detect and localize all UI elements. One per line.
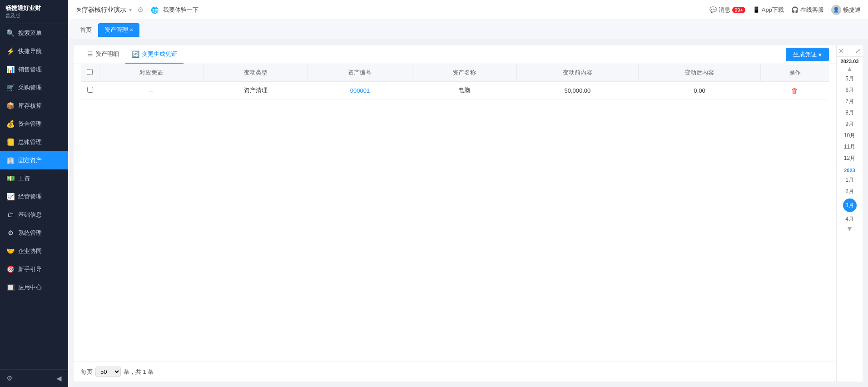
sidebar-icon-4: 📦: [6, 102, 15, 110]
col-before: 变动前内容: [516, 64, 639, 82]
sidebar-label-1: 快捷导航: [18, 47, 42, 55]
cal-month-2023[interactable]: 3月: [843, 198, 857, 212]
cal-month[interactable]: 11月: [844, 141, 855, 153]
cal-month-2023[interactable]: 1月: [843, 174, 857, 186]
sidebar-icon-13: 🎯: [6, 265, 15, 273]
app-download-btn[interactable]: 📱 App下载: [753, 6, 784, 14]
sidebar: 畅捷通好业财 普及版 🔍搜索菜单⚡快捷导航📊销售管理🛒采购管理📦库存核算💰资金管…: [0, 0, 68, 387]
settings-icon[interactable]: ⚙: [137, 5, 144, 14]
sidebar-item-0[interactable]: 🔍搜索菜单: [0, 24, 68, 42]
sidebar-icon-10: 🗂: [6, 211, 15, 218]
select-all-checkbox[interactable]: [87, 69, 93, 75]
cell-voucher-0: --: [99, 82, 203, 99]
cal-month-2023[interactable]: 2月: [843, 186, 857, 197]
sidebar-item-3[interactable]: 🛒采购管理: [0, 79, 68, 97]
cal-month-2023[interactable]: 4月: [843, 213, 857, 225]
col-asset-no: 资产编号: [308, 64, 412, 82]
sidebar-icon-8: 💵: [6, 174, 15, 183]
sidebar-label-13: 新手引导: [18, 265, 42, 273]
select-all-header: [81, 64, 99, 82]
sidebar-label-11: 系统管理: [18, 229, 42, 237]
chevron-down-icon[interactable]: ▾: [129, 7, 132, 13]
col-change-type: 变动类型: [203, 64, 308, 82]
sidebar-item-6[interactable]: 📒总账管理: [0, 133, 68, 151]
sidebar-label-7: 固定资产: [18, 156, 42, 164]
sidebar-item-2[interactable]: 📊销售管理: [0, 60, 68, 79]
cal-month[interactable]: 12月: [844, 153, 855, 164]
topbar: 医疗器械行业演示 ▾ ⚙ 🌐 我要体验一下 💬 消息 99+ 📱 App下载 🎧…: [68, 0, 868, 20]
cal-month[interactable]: 6月: [844, 84, 855, 96]
phone-icon: 📱: [753, 6, 760, 13]
content: ☰ 资产明细 🔄 变更生成凭证 生成凭证 ▾: [68, 40, 868, 387]
close-panel-icon[interactable]: ✕: [838, 47, 844, 55]
table-header-row: 对应凭证 变动类型 资产编号 资产名称 变动前内容 变动后内容 操作: [81, 64, 829, 82]
avatar: 👤: [831, 5, 841, 15]
col-after: 变动后内容: [639, 64, 761, 82]
sidebar-label-9: 经营管理: [18, 193, 42, 201]
sidebar-item-11[interactable]: ⚙系统管理: [0, 224, 68, 242]
experience-btn[interactable]: 我要体验一下: [163, 6, 198, 14]
cell-asset-name-0: 电脑: [412, 82, 516, 99]
settings-icon[interactable]: ⚙: [6, 374, 12, 382]
sidebar-label-3: 采购管理: [18, 84, 42, 92]
sidebar-item-10[interactable]: 🗂基础信息: [0, 206, 68, 224]
sidebar-label-5: 资金管理: [18, 120, 42, 128]
sidebar-icon-2: 📊: [6, 65, 15, 74]
collapse-icon[interactable]: ◀: [56, 374, 62, 382]
expand-panel-icon[interactable]: ⤢: [855, 47, 861, 55]
cal-month[interactable]: 7月: [844, 96, 855, 107]
online-service-btn[interactable]: 🎧 在线客服: [791, 6, 824, 14]
tab-home[interactable]: 首页: [75, 23, 96, 37]
sidebar-icon-12: 🤝: [6, 247, 15, 255]
tab-asset-manage[interactable]: 资产管理 ×: [98, 23, 139, 37]
sidebar-label-4: 库存核算: [18, 102, 42, 110]
subtab-asset-detail[interactable]: ☰ 资产明细: [81, 45, 125, 64]
col-asset-name: 资产名称: [412, 64, 516, 82]
sidebar-item-8[interactable]: 💵工资: [0, 169, 68, 188]
sidebar-icon-5: 💰: [6, 120, 15, 128]
sidebar-item-9[interactable]: 📈经营管理: [0, 188, 68, 206]
logo-main: 畅捷通好业财: [5, 5, 41, 12]
sidebar-item-12[interactable]: 🤝企业协同: [0, 242, 68, 260]
sidebar-item-4[interactable]: 📦库存核算: [0, 97, 68, 115]
table-body: -- 资产清理 000001 电脑 50,000.00 0.00 🗑: [81, 82, 829, 99]
sidebar-item-5[interactable]: 💰资金管理: [0, 115, 68, 133]
cal-year-2023: 2023: [844, 166, 855, 174]
calendar-panel: ✕ ⤢ 2023.03 ▲ 5月6月7月8月9月10月11月12月 2023 1…: [836, 45, 863, 382]
subtab-bar: ☰ 资产明细 🔄 变更生成凭证 生成凭证 ▾: [74, 45, 836, 64]
row-checkbox-0[interactable]: [87, 87, 93, 93]
cell-after-0: 0.00: [639, 82, 761, 99]
topbar-title: 医疗器械行业演示 ▾ ⚙ 🌐 我要体验一下: [75, 5, 705, 14]
sidebar-item-7[interactable]: 🏢固定资产: [0, 151, 68, 169]
sidebar-icon-3: 🛒: [6, 84, 15, 92]
sidebar-item-13[interactable]: 🎯新手引导: [0, 260, 68, 278]
col-action: 操作: [760, 64, 829, 82]
cal-month[interactable]: 10月: [844, 130, 855, 141]
cal-month[interactable]: 5月: [844, 73, 855, 84]
cell-before-0: 50,000.00: [516, 82, 639, 99]
messages-btn[interactable]: 💬 消息 99+: [709, 6, 745, 14]
user-btn[interactable]: 👤 畅捷通: [831, 5, 861, 15]
cal-month[interactable]: 9月: [844, 119, 855, 130]
per-page-select[interactable]: 50 10 20 100: [95, 367, 121, 377]
sidebar-icon-7: 🏢: [6, 156, 15, 164]
cal-up-arrow[interactable]: ▲: [846, 65, 853, 73]
table-row: -- 资产清理 000001 电脑 50,000.00 0.00 🗑: [81, 82, 829, 99]
generate-voucher-button[interactable]: 生成凭证 ▾: [786, 48, 829, 61]
sidebar-logo: 畅捷通好业财 普及版: [0, 0, 68, 24]
sidebar-label-12: 企业协同: [18, 247, 42, 255]
delete-icon-0[interactable]: 🗑: [791, 87, 798, 94]
tab-close-icon[interactable]: ×: [130, 27, 133, 33]
cal-month[interactable]: 8月: [844, 107, 855, 119]
sidebar-item-1[interactable]: ⚡快捷导航: [0, 42, 68, 60]
company-name: 医疗器械行业演示: [75, 6, 126, 14]
cell-action-0: 🗑: [760, 82, 829, 99]
sidebar-icon-0: 🔍: [6, 29, 15, 37]
sidebar-item-14[interactable]: 🔲应用中心: [0, 278, 68, 297]
cal-down-arrow[interactable]: ▼: [846, 225, 853, 233]
table-wrap: 对应凭证 变动类型 资产编号 资产名称 变动前内容 变动后内容 操作 -- 资产…: [74, 64, 836, 362]
sidebar-icon-11: ⚙: [6, 229, 15, 237]
subtab-change-voucher[interactable]: 🔄 变更生成凭证: [125, 45, 184, 64]
change-icon: 🔄: [132, 50, 139, 58]
sidebar-icon-6: 📒: [6, 138, 15, 146]
